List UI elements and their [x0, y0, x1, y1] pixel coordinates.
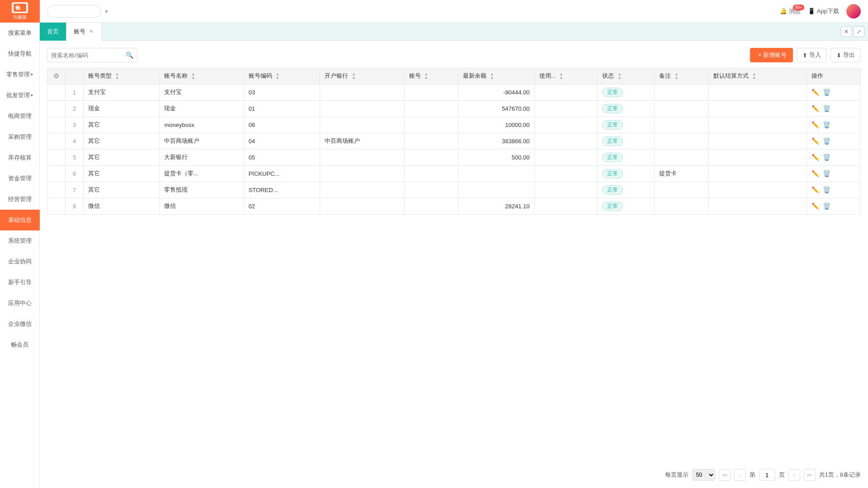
edit-icon[interactable]: ✏️ — [811, 186, 819, 193]
row-bank — [320, 117, 404, 133]
sidebar-item-purchase-mgmt[interactable]: 采购管理 — [0, 127, 40, 147]
page-size-select[interactable]: 50 20 100 — [692, 469, 715, 481]
tab-accounts[interactable]: 账号 ✕ — [66, 23, 102, 41]
row-account — [404, 84, 458, 100]
page-prev-button[interactable]: ‹ — [734, 469, 746, 481]
col-account[interactable]: 账号 ▲▼ — [404, 68, 458, 84]
col-name[interactable]: 账号名称 ▲▼ — [160, 68, 244, 84]
col-remark[interactable]: 备注 ▲▼ — [655, 68, 709, 84]
page-suffix: 页 — [779, 471, 785, 479]
tab-maximize-button[interactable]: ⤢ — [854, 26, 864, 37]
main-area: ▾ 🔔 消息 99+ 📱 App下载 首页 账号 ✕ ✕ ⤢ — [40, 0, 868, 488]
row-bank — [320, 84, 404, 100]
row-settings — [47, 100, 66, 117]
row-settings — [47, 133, 66, 149]
sidebar-item-vip-member[interactable]: 畅会员 — [0, 334, 40, 355]
row-default-settlement — [709, 84, 807, 100]
delete-icon[interactable]: 🗑️ — [823, 154, 830, 161]
delete-icon[interactable]: 🗑️ — [823, 137, 830, 145]
page-label: 第 — [750, 471, 755, 479]
sidebar-item-inventory[interactable]: 库存核算 — [0, 147, 40, 168]
edit-icon[interactable]: ✏️ — [811, 137, 819, 145]
col-status[interactable]: 状态 ▲▼ — [598, 68, 655, 84]
col-code[interactable]: 账号编码 ▲▼ — [244, 68, 320, 84]
page-first-button[interactable]: ⏮ — [719, 469, 731, 481]
message-button[interactable]: 🔔 消息 99+ — [780, 7, 801, 15]
row-default-settlement — [709, 100, 807, 117]
col-balance[interactable]: 最新余额 ▲▼ — [458, 68, 534, 84]
page-next-button[interactable]: › — [788, 469, 800, 481]
tab-home[interactable]: 首页 — [40, 23, 66, 41]
sidebar-item-operations-mgmt[interactable]: 经营管理 — [0, 189, 40, 210]
export-button[interactable]: ⬇ 导出 — [830, 48, 861, 62]
sidebar-item-quick-nav[interactable]: 快捷导航 — [0, 43, 40, 64]
sidebar-item-label: 企业协同 — [8, 258, 32, 266]
edit-icon[interactable]: ✏️ — [811, 154, 819, 161]
row-code: 02 — [244, 198, 320, 214]
add-account-button[interactable]: + 新增账号 — [750, 48, 793, 62]
search-input[interactable] — [51, 52, 126, 59]
row-num: 5 — [66, 149, 84, 165]
avatar[interactable] — [846, 4, 861, 19]
row-bank: 中百商场账户 — [320, 133, 404, 149]
row-account — [404, 117, 458, 133]
delete-icon[interactable]: 🗑️ — [823, 202, 830, 210]
col-num — [66, 68, 84, 84]
status-badge: 正常 — [602, 185, 623, 195]
top-search-input[interactable] — [47, 5, 101, 18]
tab-accounts-label: 账号 — [74, 28, 85, 36]
row-bank — [320, 149, 404, 165]
row-type: 支付宝 — [84, 84, 160, 100]
sidebar-item-enterprise-agreement[interactable]: 企业协同 — [0, 251, 40, 272]
row-usage — [534, 182, 598, 198]
search-icon[interactable]: 🔍 — [126, 52, 133, 59]
edit-icon[interactable]: ✏️ — [811, 121, 819, 128]
edit-icon[interactable]: ✏️ — [811, 105, 819, 112]
page-last-button[interactable]: ⏭ — [804, 469, 816, 481]
col-default-settlement[interactable]: 默认结算方式 ▲▼ — [709, 68, 807, 84]
edit-icon[interactable]: ✏️ — [811, 170, 819, 177]
row-remark: 提货卡 — [655, 165, 709, 182]
sidebar-item-system-mgmt[interactable]: 系统管理 — [0, 230, 40, 251]
delete-icon[interactable]: 🗑️ — [823, 170, 830, 177]
row-balance: 28241.10 — [458, 198, 534, 214]
settings-icon: ⚙ — [53, 72, 59, 80]
col-bank[interactable]: 开户银行 ▲▼ — [320, 68, 404, 84]
tab-close-icon[interactable]: ✕ — [88, 28, 94, 35]
page-input[interactable] — [759, 469, 775, 481]
delete-icon[interactable]: 🗑️ — [823, 121, 830, 128]
sidebar-item-search-menu[interactable]: 搜索菜单 — [0, 23, 40, 43]
import-label: 导入 — [809, 51, 821, 59]
row-num: 7 — [66, 182, 84, 198]
import-button[interactable]: ⬆ 导入 — [797, 48, 827, 62]
row-action: ✏️ 🗑️ — [807, 133, 861, 149]
sidebar-item-retail-mgmt[interactable]: 零售管理 — [0, 64, 40, 85]
table-row: 4 其它 中百商场账户 04 中百商场账户 383866.00 正常 ✏️ 🗑️ — [47, 133, 861, 149]
sidebar-item-finance-mgmt[interactable]: 资金管理 — [0, 168, 40, 189]
col-type[interactable]: 账号类型 ▲▼ — [84, 68, 160, 84]
row-balance — [458, 182, 534, 198]
status-badge: 正常 — [602, 88, 623, 97]
delete-icon[interactable]: 🗑️ — [823, 89, 830, 96]
edit-icon[interactable]: ✏️ — [811, 89, 819, 96]
app-download-button[interactable]: 📱 App下载 — [808, 7, 839, 15]
sidebar-item-app-center[interactable]: 应用中心 — [0, 293, 40, 314]
edit-icon[interactable]: ✏️ — [811, 202, 819, 210]
app-logo[interactable]: 畅 玩趣版 — [0, 0, 40, 23]
row-code: 03 — [244, 84, 320, 100]
delete-icon[interactable]: 🗑️ — [823, 105, 830, 112]
sidebar-item-basic-info[interactable]: 基础信息 — [0, 210, 40, 230]
tab-close-button[interactable]: ✕ — [841, 26, 852, 37]
col-usage[interactable]: 使用... ▲▼ — [534, 68, 598, 84]
tab-bar: 首页 账号 ✕ ✕ ⤢ — [40, 23, 868, 41]
delete-icon[interactable]: 🗑️ — [823, 186, 830, 193]
sidebar-item-new-guide[interactable]: 新手引导 — [0, 272, 40, 293]
sidebar-item-wholesale-mgmt[interactable]: 批发管理 — [0, 85, 40, 106]
export-label: 导出 — [843, 51, 855, 59]
sidebar-item-enterprise-wechat[interactable]: 企业微信 — [0, 314, 40, 334]
sidebar-item-label: 经营管理 — [8, 195, 32, 203]
row-type: 其它 — [84, 165, 160, 182]
col-settings[interactable]: ⚙ — [47, 68, 66, 84]
sidebar-item-ecommerce-mgmt[interactable]: 电商管理 — [0, 106, 40, 127]
svg-text:畅: 畅 — [15, 5, 20, 10]
